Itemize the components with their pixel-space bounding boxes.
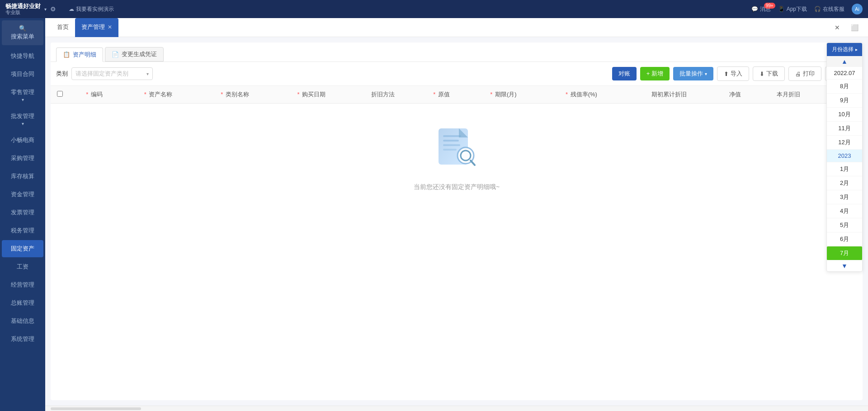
- retail-arrow-icon: ▾: [22, 97, 24, 102]
- sidebar: 🔍 搜索菜单 快捷导航 项目合同 零售管理 ▾ 批发管理 ▾ 小畅电商 采购管理…: [0, 18, 45, 411]
- month-item-12[interactable]: 12月: [827, 136, 862, 150]
- demo-link[interactable]: ☁ 我要看实例演示: [69, 5, 114, 13]
- th-depreciation-method: 折旧方法: [350, 86, 416, 104]
- sidebar-item-ledger[interactable]: 总账管理: [2, 294, 43, 312]
- top-bar-right: 💬 消息 99+ 📱 App下载 🎧 在线客服 Ai: [751, 4, 863, 14]
- online-service-button[interactable]: 🎧 在线客服: [814, 5, 844, 13]
- reconcile-button[interactable]: 对账: [612, 67, 637, 80]
- toolbar: 类别 请选择固定资产类别 ▾ 对账 + 新增 批量操作 ▾: [51, 62, 863, 86]
- import-icon: ⬆: [724, 71, 729, 77]
- main-card: 📋 资产明细 📄 变更生成凭证 类别 请选择固定资产类别 ▾: [51, 43, 863, 400]
- sidebar-item-wholesale[interactable]: 批发管理 ▾: [2, 108, 43, 131]
- th-net-value: 净值: [715, 86, 755, 104]
- select-all-checkbox[interactable]: [57, 91, 63, 97]
- app-dropdown-arrow[interactable]: ▾: [44, 7, 47, 12]
- search-icon: 🔍: [19, 25, 26, 32]
- top-bar-left: 畅捷通好业财 专业版 ▾ ⚙ ☁ 我要看实例演示: [5, 3, 751, 16]
- sidebar-item-capital[interactable]: 资金管理: [2, 186, 43, 203]
- message-icon: 💬: [751, 6, 758, 12]
- month-item-10[interactable]: 10月: [827, 108, 862, 122]
- sidebar-item-quicknav[interactable]: 快捷导航: [2, 47, 43, 65]
- toolbar-left: 类别 请选择固定资产类别 ▾: [56, 67, 609, 80]
- month-nav-up-button[interactable]: ▲: [840, 58, 849, 65]
- messages-button[interactable]: 💬 消息 99+: [751, 5, 771, 13]
- batch-operation-button[interactable]: 批量操作 ▾: [673, 67, 713, 80]
- messages-badge: 99+: [764, 3, 775, 9]
- import-button[interactable]: ⬆ 导入: [717, 66, 749, 81]
- sidebar-item-management[interactable]: 经营管理: [2, 276, 43, 293]
- sub-tabs: 📋 资产明细 📄 变更生成凭证: [51, 43, 863, 62]
- th-name: * 资产名称: [120, 86, 196, 104]
- tab-assets[interactable]: 资产管理 ✕: [75, 18, 118, 37]
- month-item-6[interactable]: 6月: [827, 232, 862, 246]
- close-window-button[interactable]: ✕: [829, 19, 845, 36]
- sidebar-item-inventory[interactable]: 库存核算: [2, 168, 43, 185]
- month-nav-down-button[interactable]: ▼: [840, 262, 849, 269]
- category-select[interactable]: 请选择固定资产类别 ▾: [71, 67, 153, 80]
- month-item-8[interactable]: 8月: [827, 80, 862, 94]
- user-avatar[interactable]: Ai: [852, 4, 863, 14]
- month-item-7[interactable]: 7月: [827, 246, 862, 260]
- sidebar-item-tax[interactable]: 税务管理: [2, 222, 43, 239]
- sidebar-item-system[interactable]: 系统管理: [2, 331, 43, 348]
- maximize-window-button[interactable]: ⬜: [846, 19, 863, 36]
- empty-row: 当前您还没有固定资产明细哦~: [51, 104, 863, 210]
- th-original-value: * 原值: [416, 86, 467, 104]
- assets-table: * 编码 * 资产名称 * 类别名称: [51, 86, 863, 209]
- toolbar-right: 对账 + 新增 批量操作 ▾ ⬆ 导入 ⬇ 下载: [612, 66, 857, 81]
- th-period: * 期限(月): [467, 86, 539, 104]
- category-label: 类别: [56, 70, 68, 78]
- app-name: 畅捷通好业财: [5, 3, 41, 10]
- month-item-3[interactable]: 3月: [827, 190, 862, 204]
- sidebar-item-salary[interactable]: 工资: [2, 258, 43, 275]
- sidebar-item-fixed-assets[interactable]: 固定资产: [2, 240, 43, 257]
- month-item-9[interactable]: 9月: [827, 94, 862, 108]
- month-item-2[interactable]: 2月: [827, 176, 862, 190]
- month-item-5[interactable]: 5月: [827, 218, 862, 232]
- month-panel: 月份选择 ▸ ▲ 2022.07 8月 9月 10月 11月 12月 2023 …: [826, 43, 863, 272]
- tab-home[interactable]: 首页: [51, 18, 75, 37]
- tab-close-icon[interactable]: ✕: [108, 24, 112, 30]
- page-content: 📋 资产明细 📄 变更生成凭证 类别 请选择固定资产类别 ▾: [45, 37, 868, 406]
- empty-state: 当前您还没有固定资产明细哦~: [51, 104, 863, 209]
- sub-tab-asset-detail[interactable]: 📋 资产明细: [56, 47, 103, 62]
- nav-tabs: 首页 资产管理 ✕ ✕ ⬜: [45, 18, 868, 37]
- empty-illustration: [429, 122, 484, 176]
- scrollbar-thumb[interactable]: [51, 407, 141, 410]
- th-purchase-date: * 购买日期: [273, 86, 349, 104]
- sidebar-search[interactable]: 🔍 搜索菜单: [2, 20, 43, 45]
- mobile-icon: 📱: [778, 6, 785, 12]
- sidebar-item-purchase[interactable]: 采购管理: [2, 150, 43, 167]
- th-monthly-depreciation: 本月折旧: [755, 86, 821, 104]
- print-icon: 🖨: [795, 71, 801, 77]
- sub-tab-change-voucher[interactable]: 📄 变更生成凭证: [105, 47, 164, 61]
- settings-icon[interactable]: ⚙: [50, 5, 56, 13]
- month-item-4[interactable]: 4月: [827, 204, 862, 218]
- month-nav-up: ▲: [827, 56, 862, 67]
- month-panel-arrow-icon: ▸: [855, 47, 858, 52]
- print-button[interactable]: 🖨 打印: [788, 66, 821, 81]
- sidebar-item-ecommerce[interactable]: 小畅电商: [2, 132, 43, 149]
- asset-detail-icon: 📋: [63, 51, 70, 58]
- th-category: * 类别名称: [197, 86, 273, 104]
- month-item-1[interactable]: 1月: [827, 162, 862, 176]
- add-button[interactable]: + 新增: [640, 67, 670, 80]
- sidebar-item-invoice[interactable]: 发票管理: [2, 204, 43, 221]
- month-item-year-2023[interactable]: 2023: [827, 150, 862, 162]
- main-layout: 🔍 搜索菜单 快捷导航 项目合同 零售管理 ▾ 批发管理 ▾ 小畅电商 采购管理…: [0, 18, 868, 411]
- sidebar-item-basic-info[interactable]: 基础信息: [2, 312, 43, 330]
- month-item-11[interactable]: 11月: [827, 122, 862, 136]
- download-button[interactable]: ⬇ 下载: [753, 66, 785, 81]
- month-display-current[interactable]: 2022.07: [827, 67, 862, 80]
- app-logo-area: 畅捷通好业财 专业版: [5, 3, 41, 16]
- svg-line-9: [471, 161, 475, 165]
- svg-rect-2: [443, 140, 459, 142]
- app-download-button[interactable]: 📱 App下载: [778, 5, 807, 13]
- svg-rect-3: [443, 144, 460, 146]
- sidebar-item-project[interactable]: 项目合同: [2, 66, 43, 83]
- sidebar-item-retail[interactable]: 零售管理 ▾: [2, 84, 43, 107]
- window-controls: ✕ ⬜: [829, 19, 863, 36]
- table-wrap: * 编码 * 资产名称 * 类别名称: [51, 86, 863, 400]
- cloud-icon: ☁: [69, 6, 74, 12]
- month-panel-header[interactable]: 月份选择 ▸: [827, 43, 862, 56]
